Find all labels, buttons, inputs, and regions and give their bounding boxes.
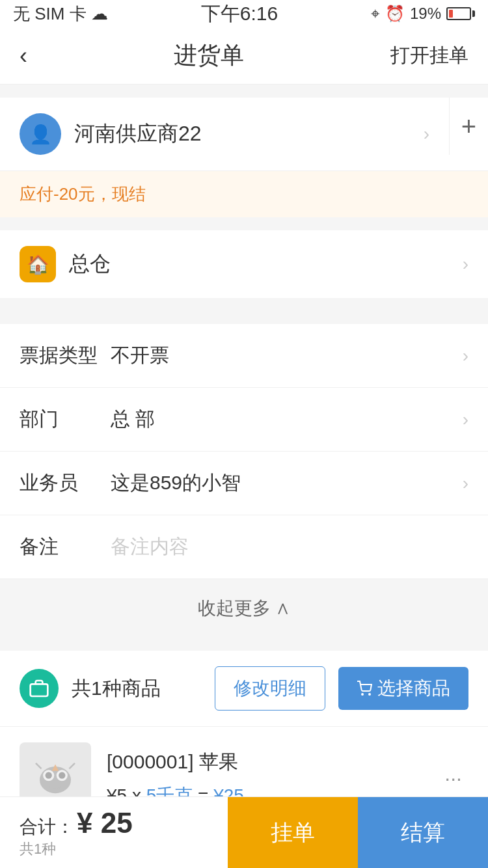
invoice-type-value: 不开票 (111, 342, 463, 369)
add-supplier-button[interactable]: + (449, 98, 488, 155)
supplier-avatar: 👤 (20, 113, 61, 155)
supplier-section: 👤 河南供应商22 › + 应付-20元，现结 (0, 98, 488, 217)
invoice-type-label: 票据类型 (20, 342, 111, 369)
salesperson-row[interactable]: 业务员 这是859的小智 › (0, 452, 488, 515)
svg-point-1 (362, 694, 363, 695)
department-row[interactable]: 部门 总 部 › (0, 388, 488, 452)
remark-label: 备注 (20, 534, 111, 560)
salesperson-chevron-icon: › (463, 473, 468, 494)
total-amount: ¥ 25 (77, 807, 133, 839)
total-label: 合计： (20, 815, 74, 839)
svg-point-7 (59, 772, 65, 779)
open-pending-button[interactable]: 打开挂单 (390, 42, 468, 69)
settle-button[interactable]: 结算 (358, 797, 488, 868)
supplier-chevron-icon: › (424, 124, 429, 144)
warehouse-section: 🏠 总仓 › (0, 230, 488, 298)
avatar-icon: 👤 (29, 124, 52, 145)
footer: 合计： ¥ 25 共1种 挂单 结算 (0, 796, 488, 868)
department-label: 部门 (20, 406, 111, 433)
status-time: 下午6:16 (201, 1, 278, 27)
nav-bar: ‹ 进货单 打开挂单 (0, 27, 488, 85)
owl-logo-icon (33, 759, 78, 798)
hang-button[interactable]: 挂单 (228, 797, 358, 868)
remark-row[interactable]: 备注 备注内容 (0, 515, 488, 579)
gap-2 (0, 217, 488, 230)
footer-total-area: 合计： ¥ 25 共1种 (0, 797, 228, 868)
sim-status: 无 SIM 卡 ☁ (13, 3, 108, 25)
svg-point-6 (46, 772, 52, 779)
battery-icon (446, 7, 475, 20)
product-bag-icon (20, 669, 59, 708)
select-product-label: 选择商品 (377, 676, 450, 701)
invoice-chevron-icon: › (463, 346, 468, 366)
invoice-type-row[interactable]: 票据类型 不开票 › (0, 324, 488, 388)
edit-detail-button[interactable]: 修改明细 (215, 666, 325, 711)
product-count-label: 共1种商品 (72, 675, 202, 702)
alarm-icon: ⏰ (385, 5, 405, 23)
location-icon: ⌖ (371, 5, 380, 23)
svg-rect-0 (31, 684, 48, 696)
warehouse-icon: 🏠 (20, 246, 56, 282)
page-title: 进货单 (174, 40, 244, 72)
warehouse-name: 总仓 (69, 250, 463, 278)
salesperson-label: 业务员 (20, 470, 111, 496)
back-button[interactable]: ‹ (20, 42, 27, 70)
warehouse-row[interactable]: 🏠 总仓 › (0, 230, 488, 298)
status-bar: 无 SIM 卡 ☁ 下午6:16 ⌖ ⏰ 19% (0, 0, 488, 27)
supplier-name: 河南供应商22 (74, 120, 424, 148)
cart-icon (357, 681, 372, 696)
svg-point-2 (369, 694, 370, 695)
supplier-alert: 应付-20元，现结 (0, 171, 488, 217)
department-value: 总 部 (111, 406, 463, 433)
battery-percent: 19% (410, 5, 441, 23)
form-section: 票据类型 不开票 › 部门 总 部 › 业务员 这是859的小智 › 备注 备注… (0, 324, 488, 579)
warehouse-chevron-icon: › (463, 254, 468, 275)
salesperson-value: 这是859的小智 (111, 470, 463, 496)
status-right: ⌖ ⏰ 19% (371, 5, 475, 23)
collapse-button[interactable]: 收起更多 ∧ (0, 579, 488, 638)
product-name: [0000001] 苹果 (107, 749, 422, 776)
gap-1 (0, 85, 488, 98)
gap-3 (0, 298, 488, 311)
select-product-button[interactable]: 选择商品 (338, 667, 468, 710)
remark-placeholder: 备注内容 (111, 534, 468, 560)
product-more-button[interactable]: ··· (438, 760, 468, 797)
status-left: 无 SIM 卡 ☁ (13, 3, 108, 25)
supplier-row[interactable]: 👤 河南供应商22 › (0, 98, 449, 170)
product-header: 共1种商品 修改明细 选择商品 (0, 651, 488, 726)
department-chevron-icon: › (463, 409, 468, 430)
gap-4 (0, 638, 488, 651)
total-sub: 共1种 (20, 839, 208, 859)
